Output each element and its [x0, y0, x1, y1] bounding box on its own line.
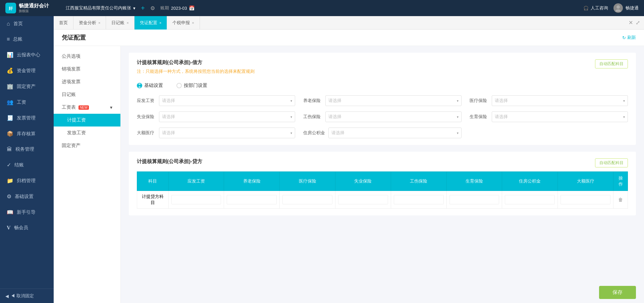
- username: 畅捷通: [626, 5, 639, 11]
- sidebar-label-archive: 归档管理: [17, 178, 36, 184]
- ai-consult-label: 人工咨询: [591, 5, 608, 11]
- sidebar-item-archive[interactable]: 📁 归档管理: [0, 173, 54, 189]
- radio-dept[interactable]: 按部门设置: [176, 83, 207, 89]
- input-unemployment[interactable]: [338, 195, 388, 204]
- input-work-injury[interactable]: [394, 195, 444, 204]
- cell-delete: 🗑: [613, 191, 628, 209]
- input-gross[interactable]: [171, 195, 221, 204]
- credit-auto-match-btn[interactable]: 自动匹配科目: [595, 158, 628, 167]
- close-window-btn[interactable]: ✕: [629, 19, 633, 26]
- archive-icon: 📁: [7, 178, 13, 184]
- settings-icon[interactable]: ⚙: [150, 5, 155, 11]
- select-work-injury[interactable]: 请选择 ▾: [325, 111, 462, 122]
- input-medical[interactable]: [282, 195, 332, 204]
- refresh-btn[interactable]: ↻ 刷新: [622, 35, 636, 41]
- label-work-injury: 工伤保险: [303, 114, 322, 120]
- sidebar-item-invoice[interactable]: 🧾 发票管理: [0, 110, 54, 126]
- reports-icon: 📊: [7, 52, 13, 58]
- debit-auto-match-btn[interactable]: 自动匹配科目: [595, 59, 628, 68]
- save-bar: 保存: [591, 282, 644, 303]
- chevron-housing-fund: ▾: [457, 131, 459, 135]
- chevron-maternity: ▾: [623, 115, 625, 119]
- tab-tax-label: 个税申报: [172, 20, 190, 26]
- content-area: 首页 资金分析 × 日记账 × 凭证配置 × 个税申报 × ✕ ⤢: [54, 16, 644, 303]
- tab-home[interactable]: 首页: [54, 16, 73, 30]
- row-label: 计提贷方科目: [137, 191, 169, 209]
- input-housing[interactable]: [505, 195, 555, 204]
- inventory-icon: 📦: [7, 131, 13, 137]
- tab-tax-close[interactable]: ×: [192, 21, 194, 25]
- nav-purchase-invoice[interactable]: 进项发票: [54, 75, 120, 88]
- cancel-fixed-btn[interactable]: ◀ ◀ 取消固定: [0, 289, 54, 303]
- select-gross-salary[interactable]: 请选择 ▾: [159, 95, 295, 106]
- sidebar-item-funds[interactable]: 💰 资金管理: [0, 63, 54, 79]
- payroll-icon: 👥: [7, 99, 13, 105]
- sidebar-item-ledger[interactable]: ≡ 总账: [0, 32, 54, 47]
- sidebar-item-assets[interactable]: 🏢 固定资产: [0, 79, 54, 94]
- nav-purchase-label: 进项发票: [62, 79, 80, 84]
- nav-sales-invoice[interactable]: 销项发票: [54, 63, 120, 75]
- company-select[interactable]: 江西服宝精品有限责任公司内账张 ▾: [66, 5, 136, 11]
- sidebar-item-settings[interactable]: ⚙ 基础设置: [0, 189, 54, 204]
- sidebar-item-tax[interactable]: 🏛 税务管理: [0, 142, 54, 157]
- nav-journal[interactable]: 日记账: [54, 88, 120, 101]
- avatar: [613, 3, 623, 13]
- sidebar-item-home[interactable]: ⌂ 首页: [0, 16, 54, 32]
- tab-funds[interactable]: 资金分析 ×: [73, 16, 106, 30]
- input-pension[interactable]: [227, 195, 277, 204]
- page-title: 凭证配置: [62, 34, 86, 42]
- tab-funds-close[interactable]: ×: [98, 21, 100, 25]
- nav-payroll-table[interactable]: 工资表 NEW ▾: [54, 101, 120, 114]
- sidebar-item-payroll[interactable]: 👥 工资: [0, 94, 54, 110]
- calendar-icon[interactable]: 📅: [189, 5, 195, 11]
- tab-journal[interactable]: 日记账 ×: [106, 16, 134, 30]
- nav-accrual-payroll[interactable]: 计提工资: [54, 114, 120, 127]
- nav-payroll-table-label: 工资表 NEW: [62, 104, 89, 110]
- select-unemployment[interactable]: 请选择 ▾: [159, 111, 295, 122]
- tab-voucher-close[interactable]: ×: [159, 21, 161, 25]
- sidebar-item-vip[interactable]: V 畅会员: [0, 220, 54, 236]
- nav-accrual-label: 计提工资: [67, 117, 86, 122]
- tab-home-label: 首页: [59, 20, 68, 26]
- select-housing-fund[interactable]: 请选择 ▾: [328, 128, 462, 138]
- tab-actions: ✕ ⤢: [629, 19, 644, 26]
- sidebar-label-home: 首页: [13, 21, 23, 27]
- nav-fixed-assets[interactable]: 固定资产: [54, 139, 120, 152]
- select-large-medical[interactable]: 请选择 ▾: [159, 128, 295, 138]
- chevron-unemployment: ▾: [290, 115, 292, 119]
- home-icon: ⌂: [7, 21, 10, 27]
- user-area[interactable]: 畅捷通: [613, 3, 639, 13]
- page-header: 凭证配置 ↻ 刷新: [54, 30, 644, 46]
- radio-basic-label: 基础设置: [144, 83, 163, 89]
- tab-tax[interactable]: 个税申报 ×: [167, 16, 200, 30]
- select-pension[interactable]: 请选择 ▾: [325, 95, 462, 106]
- select-medical[interactable]: 请选择 ▾: [492, 95, 628, 106]
- svg-point-2: [616, 5, 620, 9]
- select-maternity[interactable]: 请选择 ▾: [492, 111, 628, 122]
- nav-issue-payroll[interactable]: 发放工资: [54, 127, 120, 139]
- nav-public[interactable]: 公共选项: [54, 50, 120, 63]
- nav-issue-label: 发放工资: [67, 130, 86, 135]
- chevron-gross: ▾: [290, 99, 292, 103]
- expand-btn[interactable]: ⤢: [636, 19, 640, 26]
- sidebar-item-inventory[interactable]: 📦 库存核算: [0, 126, 54, 142]
- tab-voucher[interactable]: 凭证配置 ×: [135, 16, 167, 30]
- input-large-med[interactable]: [560, 195, 610, 204]
- guide-icon: 📖: [7, 209, 13, 215]
- delete-row-btn[interactable]: 🗑: [618, 197, 623, 202]
- debit-section: 计提核算规则(公司承担)-借方 注：只能选择一种方式，系统将按照您当前的选择来配…: [129, 53, 636, 145]
- sidebar-item-closing[interactable]: ✓ 结账: [0, 157, 54, 173]
- sidebar-item-reports[interactable]: 📊 云报表中心: [0, 47, 54, 63]
- input-maternity[interactable]: [449, 195, 499, 204]
- sidebar-item-guide[interactable]: 📖 新手引导: [0, 204, 54, 220]
- tab-journal-close[interactable]: ×: [126, 21, 128, 25]
- ledger-icon: ≡: [7, 36, 10, 42]
- ai-consult-btn[interactable]: 🎧 人工咨询: [583, 5, 608, 11]
- left-arrow-icon: ◀: [5, 294, 9, 299]
- save-button[interactable]: 保存: [599, 286, 636, 299]
- add-button[interactable]: +: [141, 4, 145, 12]
- tab-voucher-label: 凭证配置: [140, 20, 157, 26]
- col-housing: 住房公积金: [502, 172, 558, 191]
- app-sub: 旗舰版: [19, 9, 49, 13]
- radio-basic[interactable]: 基础设置: [137, 83, 163, 89]
